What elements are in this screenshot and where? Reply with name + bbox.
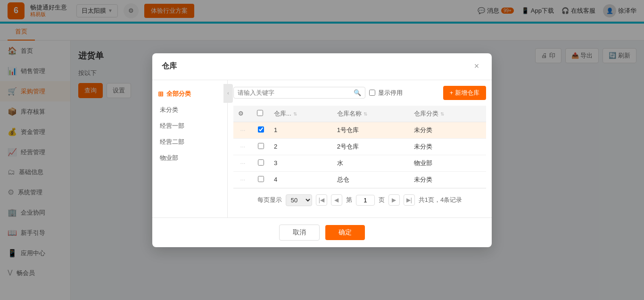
search-input[interactable] [238, 89, 351, 96]
warehouse-table: ⚙ 仓库...⇅ 仓库名称⇅ 仓库分类⇅ ··· 1 1号仓库 未分类 [233, 106, 486, 188]
row-category: 未分类 [409, 122, 486, 138]
row-actions: ··· [233, 171, 252, 188]
page-unit: 页 [379, 196, 385, 204]
modal-overlay: 仓库 × ⊞ 全部分类 未分类 经营一部 经营二部 [0, 0, 644, 300]
row-actions: ··· [233, 155, 252, 171]
table-scroll: ⚙ 仓库...⇅ 仓库名称⇅ 仓库分类⇅ ··· 1 1号仓库 未分类 [233, 106, 486, 188]
modal-title: 仓库 [162, 61, 177, 71]
page-total: 共1页，4条记录 [419, 196, 462, 204]
show-disabled-checkbox[interactable]: 显示停用 [369, 89, 403, 97]
row-name: 总仓 [332, 171, 409, 188]
gear-icon: ⚙ [238, 110, 244, 117]
cancel-button[interactable]: 取消 [279, 225, 320, 241]
col-name: 仓库名称⇅ [332, 106, 409, 122]
grid-icon: ⊞ [158, 90, 164, 98]
row-name: 1号仓库 [332, 122, 409, 138]
col-category: 仓库分类⇅ [409, 106, 486, 122]
category-item-1[interactable]: 经营一部 [152, 118, 227, 134]
modal-header: 仓库 × [152, 53, 492, 80]
pagination: 每页显示 50 100 200 |◀ ◀ 第 页 ▶ ▶| 共1页，4条记录 [233, 188, 486, 212]
warehouse-modal: 仓库 × ⊞ 全部分类 未分类 经营一部 经营二部 [152, 53, 492, 247]
row-no: 3 [269, 155, 332, 171]
table-area: 🔍 显示停用 + 新增仓库 ⚙ [228, 80, 492, 217]
all-category-item[interactable]: ⊞ 全部分类 [152, 86, 227, 102]
row-actions: ··· [233, 138, 252, 155]
row-checkbox[interactable] [252, 122, 269, 138]
per-page-label: 每页显示 [257, 196, 282, 204]
row-checkbox[interactable] [252, 171, 269, 188]
col-gear: ⚙ [233, 106, 252, 122]
row-category: 未分类 [409, 138, 486, 155]
col-code: 仓库...⇅ [269, 106, 332, 122]
last-page-button[interactable]: ▶| [404, 194, 415, 206]
select-all-checkbox[interactable] [257, 110, 263, 116]
category-item-3[interactable]: 物业部 [152, 150, 227, 166]
first-page-button[interactable]: |◀ [316, 194, 327, 206]
row-actions: ··· [233, 122, 252, 138]
cat-item-label: 物业部 [160, 154, 178, 161]
category-item-2[interactable]: 经营二部 [152, 134, 227, 150]
search-icon[interactable]: 🔍 [354, 89, 361, 96]
next-page-button[interactable]: ▶ [388, 194, 400, 206]
search-box: 🔍 [233, 87, 365, 99]
col-checkbox [252, 106, 269, 122]
cat-item-label: 经营二部 [160, 138, 184, 145]
row-checkbox[interactable] [252, 155, 269, 171]
prev-page-button[interactable]: ◀ [331, 194, 342, 206]
table-row[interactable]: ··· 1 1号仓库 未分类 [233, 122, 486, 138]
add-warehouse-button[interactable]: + 新增仓库 [443, 86, 486, 100]
table-row[interactable]: ··· 2 2号仓库 未分类 [233, 138, 486, 155]
disabled-checkbox[interactable] [369, 90, 375, 96]
page-number-input[interactable] [356, 195, 375, 206]
cat-item-label: 未分类 [160, 106, 178, 113]
category-collapse-button[interactable]: ‹ [223, 84, 233, 103]
show-disabled-label: 显示停用 [378, 89, 403, 97]
row-name: 2号仓库 [332, 138, 409, 155]
per-page-select[interactable]: 50 100 200 [286, 194, 312, 206]
row-no: 2 [269, 138, 332, 155]
page-label: 第 [346, 196, 352, 204]
modal-body: ⊞ 全部分类 未分类 经营一部 经营二部 物业部 ‹ [152, 80, 492, 217]
row-no: 1 [269, 122, 332, 138]
category-sidebar: ⊞ 全部分类 未分类 经营一部 经营二部 物业部 ‹ [152, 80, 228, 217]
row-category: 物业部 [409, 155, 486, 171]
row-checkbox[interactable] [252, 138, 269, 155]
confirm-button[interactable]: 确定 [325, 225, 365, 240]
table-toolbar: 🔍 显示停用 + 新增仓库 [233, 86, 486, 100]
all-category-label: 全部分类 [166, 90, 191, 98]
row-name: 水 [332, 155, 409, 171]
table-row[interactable]: ··· 4 总仓 未分类 [233, 171, 486, 188]
row-no: 4 [269, 171, 332, 188]
table-row[interactable]: ··· 3 水 物业部 [233, 155, 486, 171]
row-category: 未分类 [409, 171, 486, 188]
modal-footer: 取消 确定 [152, 217, 492, 247]
category-item-0[interactable]: 未分类 [152, 102, 227, 118]
cat-item-label: 经营一部 [160, 122, 184, 129]
modal-close-button[interactable]: × [471, 61, 482, 72]
